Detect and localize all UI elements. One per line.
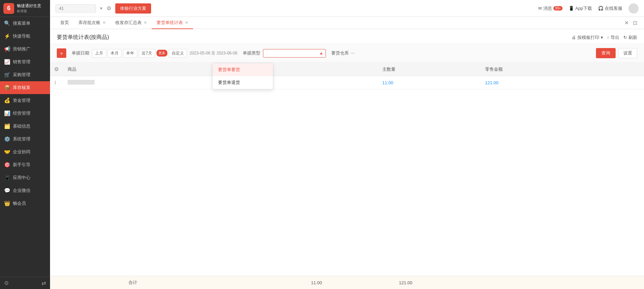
sidebar-item-sales[interactable]: 📈 销售管理 [0, 55, 50, 68]
sidebar-item-quick-nav[interactable]: ⚡ 快捷导航 [0, 30, 50, 43]
sidebar-label-member: 畅会员 [13, 200, 26, 206]
topbar-dropdown-arrow[interactable]: ▾ [100, 6, 102, 11]
tab-expand-icon[interactable]: ⊡ [631, 19, 639, 27]
filter-bar: » 单据日期 上月 本月 本年 近7天 更多 自定义 2023-05-06 至 … [50, 44, 644, 63]
warehouse-more-icon[interactable]: ··· [350, 50, 355, 56]
cell-retail-amount[interactable]: 121.00 [481, 76, 605, 89]
th-main-qty: 主数量 [378, 63, 481, 76]
type-select-wrapper: ▲ [263, 49, 326, 58]
date-quick-btns: 上月 本月 本年 近7天 更多 自定义 [92, 49, 187, 58]
app-download-btn[interactable]: 📱 App下载 [569, 5, 592, 12]
sidebar-label-purchase: 采购管理 [13, 72, 30, 78]
sidebar-item-member[interactable]: 👑 畅会员 [0, 197, 50, 210]
footer-retail-amount: 121.00 [399, 280, 426, 285]
last-month-btn[interactable]: 上月 [92, 49, 106, 58]
date-range-text: 2023-05-06 至 2023-06-06 [190, 50, 237, 56]
filter-actions: 查询 设置 [596, 48, 637, 58]
last-7days-btn[interactable]: 近7天 [139, 49, 155, 58]
tab-库存批次账[interactable]: 库存批次账✕ [74, 17, 111, 29]
search-input[interactable] [55, 4, 96, 13]
sidebar: 6 畅捷通好生意 标准版 🔍 搜索菜单 ⚡ 快捷导航 📢 营销推广 📈 销售管理… [0, 0, 50, 289]
table-header: ⚙ 商品 主计量单位 主数量 零售金额 [50, 63, 644, 76]
table-footer-bar: 合计 11.00 121.00 [50, 276, 644, 289]
this-year-btn[interactable]: 本年 [123, 49, 137, 58]
date-filter-label: 单据日期 [72, 50, 89, 56]
data-table-wrapper: ⚙ 商品 主计量单位 主数量 零售金额 1 [50, 63, 644, 89]
sidebar-icon-sales: 📈 [4, 59, 10, 65]
tab-close-all-icon[interactable]: ✕ [623, 19, 630, 27]
type-select-input[interactable] [263, 49, 326, 58]
data-table: ⚙ 商品 主计量单位 主数量 零售金额 1 [50, 63, 644, 89]
sidebar-item-system[interactable]: ⚙️ 系统管理 [0, 133, 50, 146]
sidebar-icon-member: 👑 [4, 200, 10, 206]
query-button[interactable]: 查询 [596, 48, 616, 58]
column-settings-icon[interactable]: ⚙ [54, 66, 59, 72]
sidebar-item-operations[interactable]: 📊 经营管理 [0, 107, 50, 120]
export-icon: ↑ [607, 35, 610, 40]
topbar-settings-icon[interactable]: ⚙ [106, 5, 111, 12]
tab-label: 库存批次账 [78, 20, 100, 26]
sidebar-item-purchase[interactable]: 🛒 采购管理 [0, 68, 50, 81]
tab-要货单统计表[interactable]: 要货单统计表✕ [152, 17, 193, 29]
this-month-btn[interactable]: 本月 [108, 49, 122, 58]
sidebar-label-marketing: 营销推广 [13, 46, 30, 52]
tab-close-icon[interactable]: ✕ [185, 20, 188, 25]
page-actions: 🖨 按模板打印 ▾ ↑ 导出 ↻ 刷新 [572, 35, 638, 41]
sidebar-collapse-icon[interactable]: ⇄ [42, 280, 46, 286]
message-icon: ✉ [538, 6, 542, 11]
type-dropdown: 要货单要货要货单退货 [212, 63, 273, 89]
sidebar-item-finance[interactable]: 💰 资金管理 [0, 94, 50, 107]
more-dates-badge[interactable]: 更多 [157, 50, 167, 57]
online-service-btn[interactable]: 🎧 在线客服 [598, 5, 622, 12]
sidebar-item-search[interactable]: 🔍 搜索菜单 [0, 17, 50, 30]
sidebar-label-enterprise: 企业协同 [13, 149, 30, 155]
sidebar-item-basic[interactable]: 🗂️ 基础信息 [0, 120, 50, 133]
sidebar-settings-icon[interactable]: ⚙ [4, 280, 9, 286]
app-logo-icon: 6 [3, 3, 14, 14]
page-header: 要货单统计表(按商品) 🖨 按模板打印 ▾ ↑ 导出 ↻ 刷新 [50, 29, 644, 44]
print-btn[interactable]: 🖨 按模板打印 ▾ [572, 35, 603, 41]
sidebar-label-search: 搜索菜单 [13, 20, 30, 26]
dropdown-item-要货单退货[interactable]: 要货单退货 [213, 76, 273, 89]
custom-date-btn[interactable]: 自定义 [169, 49, 187, 58]
page-title: 要货单统计表(按商品) [57, 34, 109, 41]
tabs-right-actions: ✕ ⊡ [623, 19, 639, 27]
main-area: ▾ ⚙ 体验行业方案 ✉ 消息 99+ 📱 App下载 🎧 在线客服 首页库存批… [50, 0, 644, 289]
sidebar-icon-enterprise: 🤝 [4, 149, 10, 155]
sidebar-nav: 🔍 搜索菜单 ⚡ 快捷导航 📢 营销推广 📈 销售管理 🛒 采购管理 📦 库存核… [0, 17, 50, 277]
sidebar-item-marketing[interactable]: 📢 营销推广 [0, 43, 50, 55]
dropdown-item-要货单要货[interactable]: 要货单要货 [213, 63, 273, 76]
sidebar-footer: ⚙ ⇄ [0, 277, 50, 289]
tabs-bar: 首页库存批次账✕收发存汇总表✕要货单统计表✕ ✕ ⊡ [50, 17, 644, 29]
sidebar-icon-search: 🔍 [4, 20, 10, 26]
table-row: 1 块 11.00 121.00 [50, 76, 644, 89]
print-arrow-icon: ▾ [601, 35, 603, 40]
logo-area: 6 畅捷通好生意 标准版 [0, 0, 50, 17]
messages-btn[interactable]: ✉ 消息 99+ [538, 5, 563, 12]
cell-main-qty[interactable]: 11.00 [378, 76, 481, 89]
sidebar-icon-marketing: 📢 [4, 46, 10, 52]
phone-icon: 📱 [569, 6, 574, 11]
tab-close-icon[interactable]: ✕ [102, 20, 106, 25]
tab-首页[interactable]: 首页 [55, 17, 74, 29]
user-avatar[interactable] [628, 3, 639, 14]
filter-expand-button[interactable]: » [57, 48, 66, 58]
cell-row-num: 1 [50, 76, 64, 89]
refresh-btn[interactable]: ↻ 刷新 [623, 35, 637, 41]
sidebar-icon-basic: 🗂️ [4, 123, 10, 129]
trial-button[interactable]: 体验行业方案 [115, 3, 151, 14]
tab-收发存汇总表[interactable]: 收发存汇总表✕ [111, 17, 152, 29]
sidebar-icon-finance: 💰 [4, 97, 10, 104]
sidebar-item-enterprise[interactable]: 🤝 企业协同 [0, 146, 50, 158]
sidebar-item-wechat[interactable]: 💬 企业微信 [0, 184, 50, 197]
footer-label: 合计 [128, 280, 149, 286]
table-body: 1 块 11.00 121.00 [50, 76, 644, 89]
sidebar-item-app-center[interactable]: 📱 应用中心 [0, 171, 50, 184]
sidebar-item-guide[interactable]: 🎯 新手引导 [0, 158, 50, 171]
sidebar-icon-purchase: 🛒 [4, 72, 10, 78]
export-btn[interactable]: ↑ 导出 [607, 35, 620, 41]
tab-close-icon[interactable]: ✕ [144, 20, 147, 25]
date-filter-group: 单据日期 上月 本月 本年 近7天 更多 自定义 2023-05-06 至 20… [72, 49, 237, 58]
sidebar-item-inventory[interactable]: 📦 库存核算 [0, 81, 50, 94]
settings-button[interactable]: 设置 [618, 48, 637, 58]
